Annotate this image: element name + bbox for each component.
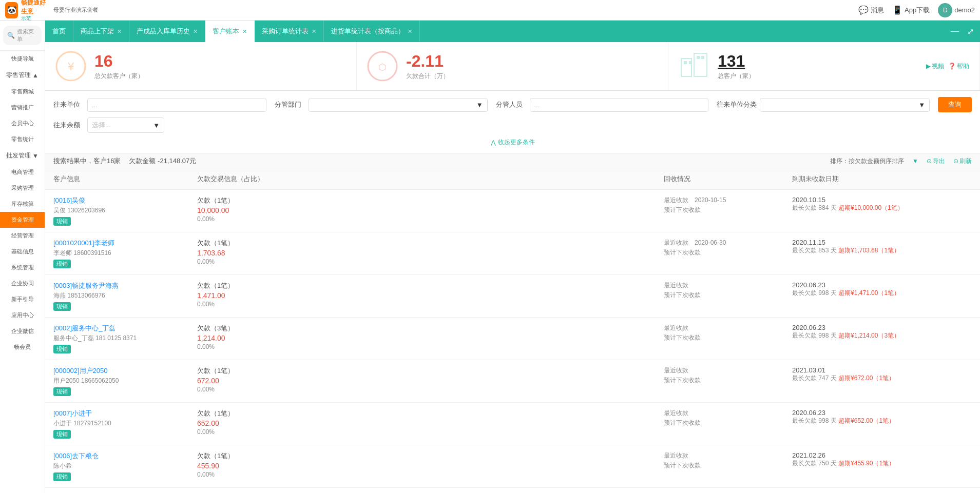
sidebar-item-ecommerce[interactable]: 电商管理 [0,164,45,180]
collect-next: 预计下次收款 [664,333,792,342]
top-bar: 🐼 畅捷通好生意 示范 母婴行业演示套餐 💬 消息 📱 App下载 D demo… [0,0,980,21]
filter-area: 往来单位 ... 分管部门 ▼ [45,91,980,153]
tab-close-customer-account[interactable]: ✕ [242,28,247,35]
customer-name[interactable]: [0001020001]李老师 [53,239,197,248]
sidebar-item-operations[interactable]: 经营管理 [0,228,45,244]
sidebar-item-inventory[interactable]: 库存核算 [0,196,45,212]
sidebar-item-wholesale-mgmt[interactable]: 批发管理 ▼ [0,147,45,164]
customer-info-cell: [0002]服务中心_丁磊 服务中心_丁磊 181 0125 8371 现销 [53,324,197,353]
due-date-cell: 2020.06.23 最长欠款 998 天 超期¥652.00（1笔） [792,409,972,425]
overdue-tag[interactable]: 超期¥1,214.00（3笔） [838,332,900,339]
tab-customer-account[interactable]: 客户账本 ✕ [205,21,255,42]
collect-label: 最近收款 2020-10-15 [664,196,792,205]
customer-name[interactable]: [0006]去下粮仓 [53,451,197,461]
result-info: 搜索结果中，客户16家 欠款金额 -21,148.07元 [53,156,196,166]
filter-person-input[interactable]: ... [530,98,709,112]
svg-rect-6 [684,61,687,64]
owe-count: 欠款（1笔） [197,409,664,418]
due-date-cell: 2020.10.15 最长欠款 884 天 超期¥10,000.00（1笔） [792,196,972,212]
card1-label: 总欠款客户（家） [94,72,144,81]
overdue-tag[interactable]: 超期¥1,471.00（1笔） [838,289,900,297]
filter-unit-category: 往来单位分类 ▼ [717,98,930,112]
tab-close-purchase-stats[interactable]: ✕ [408,28,412,35]
tabs-minimize-btn[interactable]: — [949,26,961,37]
sidebar-item-apps[interactable]: 应用中心 [0,307,45,323]
collect-info-cell: 最近收款 预计下次收款 [664,324,792,342]
filter-balance-label: 往来余额 [53,121,84,130]
filter-balance-select[interactable]: 选择... ▼ [87,117,164,133]
overdue-tag[interactable]: 超期¥672.00（1笔） [838,374,895,382]
filter-unit-category-select[interactable]: ▼ [760,98,930,112]
app-download-btn[interactable]: 📱 App下载 [892,5,930,15]
user-menu-btn[interactable]: D demo2 [938,3,975,17]
sort-dropdown-icon[interactable]: ▼ [912,157,918,165]
video-btn[interactable]: ▶ 视频 [926,62,944,71]
tab-close-purchase-order[interactable]: ✕ [312,28,316,35]
collect-info-cell: 最近收款 预计下次收款 [664,366,792,385]
sidebar-item-quick-nav[interactable]: 快捷导航 [0,51,45,67]
tabs-maximize-btn[interactable]: ⤢ [965,26,976,37]
sidebar-item-wechat[interactable]: 企业微信 [0,323,45,339]
sidebar-item-member-vip[interactable]: 畅会员 [0,339,45,355]
card2-label: 欠款合计（万） [406,72,449,81]
table-row: [0002]服务中心_丁磊 服务中心_丁磊 181 0125 8371 现销 欠… [45,318,980,360]
sidebar-item-purchase[interactable]: 采购管理 [0,180,45,196]
customer-badge: 现销 [53,217,71,226]
avatar: D [938,3,952,17]
svg-rect-8 [697,56,700,59]
sidebar-item-retail-mgmt[interactable]: 零售管理 ▲ [0,67,45,84]
overdue-tag[interactable]: 超期¥652.00（1笔） [838,417,895,424]
filter-department-select[interactable]: ▼ [309,98,488,112]
due-date: 2021.03.01 [792,366,972,374]
menu-search-box[interactable]: 🔍 搜索菜单 [3,26,42,45]
filter-balance-placeholder: 选择... [92,121,111,130]
overdue-tag[interactable]: 超期¥455.90（1笔） [838,460,895,467]
tab-close-product-online[interactable]: ✕ [117,28,122,35]
collect-next: 预计下次收款 [664,461,792,470]
tab-product-instock[interactable]: 产成品入库单历史 ✕ [129,21,205,42]
collect-next: 预计下次收款 [664,419,792,427]
customer-name[interactable]: [0016]吴俊 [53,196,197,205]
overdue-tag[interactable]: 超期¥10,000.00（1笔） [838,204,904,211]
customer-name[interactable]: [0007]小进干 [53,409,197,418]
owe-percent: 0.00% [197,301,664,308]
sidebar-item-base-info[interactable]: 基础信息 [0,244,45,260]
export-btn[interactable]: ⊙ 导出 [927,157,945,166]
tab-purchase-stats[interactable]: 进货单统计表（按商品） ✕ [324,21,420,42]
owe-count: 欠款（1笔） [197,451,664,461]
customer-badge: 现销 [53,302,71,311]
customer-badge: 现销 [53,387,71,396]
svg-rect-5 [694,53,707,76]
customer-name[interactable]: [000002]用户2050 [53,366,197,376]
tab-product-online[interactable]: 商品上下架 ✕ [73,21,129,42]
refresh-btn[interactable]: ⊙ 刷新 [953,157,972,166]
tab-purchase-order[interactable]: 采购订单统计表 ✕ [255,21,324,42]
card3-actions: ▶ 视频 ❓ 帮助 [926,62,969,71]
tab-home[interactable]: 首页 [45,21,73,42]
collect-label: 最近收款 2020-06-30 [664,239,792,247]
svg-rect-9 [701,56,704,59]
sidebar-item-system[interactable]: 系统管理 [0,260,45,275]
sidebar-item-marketing[interactable]: 营销推广 [0,100,45,115]
search-button[interactable]: 查询 [938,97,972,112]
filter-department: 分管部门 ▼ [275,98,488,112]
customer-info-cell: [0007]小进干 小进干 18279152100 现销 [53,409,197,439]
sidebar-item-enterprise[interactable]: 企业协同 [0,275,45,291]
sidebar-item-member[interactable]: 会员中心 [0,115,45,131]
filter-person-label: 分管人员 [496,100,527,109]
help-btn[interactable]: ❓ 帮助 [948,62,969,71]
customer-name[interactable]: [0002]服务中心_丁磊 [53,324,197,333]
overdue-tag[interactable]: 超期¥1,703.68（1笔） [838,247,900,254]
owe-amount: 1,214.00 [197,334,664,342]
sidebar-item-retail-mall[interactable]: 零售商城 [0,84,45,100]
collapse-row[interactable]: ⋀ 收起更多条件 [53,138,972,147]
customer-name[interactable]: [0003]畅捷服务尹海燕 [53,281,197,290]
filter-from-unit-input[interactable]: ... [87,98,266,112]
refresh-icon: ⊙ [953,157,958,165]
sidebar-item-newbie[interactable]: 新手引导 [0,291,45,307]
message-btn[interactable]: 💬 消息 [858,5,884,15]
tab-close-product-instock[interactable]: ✕ [193,28,198,35]
sidebar-item-finance[interactable]: 资金管理 [0,212,45,228]
due-date-cell: 2021.03.01 最长欠款 747 天 超期¥672.00（1笔） [792,366,972,383]
sidebar-item-retail-stats[interactable]: 零售统计 [0,131,45,147]
